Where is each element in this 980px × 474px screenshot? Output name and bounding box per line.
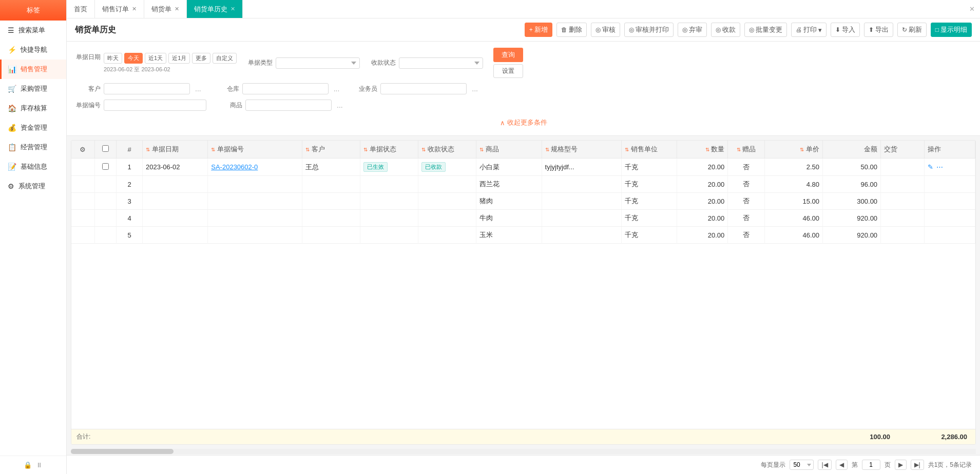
- warehouse-dots-btn[interactable]: ...: [332, 85, 342, 93]
- col-header-pay-status[interactable]: ⇅ 收款状态: [418, 141, 476, 159]
- row-code-link[interactable]: SA-20230602-0: [211, 163, 258, 171]
- abandon-button[interactable]: ◎ 弃审: [678, 23, 707, 37]
- row-checkbox-cell[interactable]: [94, 210, 116, 227]
- col-header-unit[interactable]: ⇅ 销售单位: [622, 141, 677, 159]
- edit-action-icon[interactable]: ✎: [928, 163, 933, 171]
- delete-button[interactable]: 🗑 删除: [556, 23, 587, 37]
- row-checkbox-cell[interactable]: [94, 227, 116, 244]
- table-settings-header[interactable]: ⚙: [71, 141, 94, 159]
- pause-icon[interactable]: ⏸: [36, 461, 43, 469]
- salesperson-input[interactable]: [380, 83, 467, 94]
- first-page-btn[interactable]: |◀: [818, 460, 831, 470]
- col-header-qty[interactable]: ⇅ 数量: [677, 141, 728, 159]
- system-mgmt-icon: ⚙: [8, 182, 14, 190]
- col-header-spec[interactable]: ⇅ 规格型号: [542, 141, 622, 159]
- col-header-goods[interactable]: ⇅ 商品: [476, 141, 542, 159]
- setting-button[interactable]: 设置: [493, 64, 523, 78]
- row-goods: 猪肉: [476, 193, 542, 210]
- sidebar-item-purchase-mgmt[interactable]: 🛒 采购管理: [0, 79, 66, 98]
- more-action-icon[interactable]: ⋯: [936, 163, 943, 171]
- date-today-btn[interactable]: 今天: [124, 53, 143, 64]
- audit-print-button[interactable]: ◎ 审核并打印: [624, 23, 674, 37]
- per-page-select[interactable]: 10 20 50 100: [790, 460, 814, 470]
- tab-sales-history[interactable]: 销货单历史 ✕: [187, 0, 243, 18]
- row-gift: 否: [728, 227, 765, 244]
- row-unit: 千克: [622, 193, 677, 210]
- tab-sales-history-close[interactable]: ✕: [230, 6, 235, 12]
- footer-label: 合计:: [76, 432, 97, 441]
- search-menu-icon: ☰: [8, 26, 14, 34]
- row-num: 4: [117, 210, 143, 227]
- col-header-price[interactable]: ⇅ 单价: [764, 141, 822, 159]
- tab-sales-goods-close[interactable]: ✕: [175, 6, 179, 12]
- row-checkbox-cell[interactable]: [94, 193, 116, 210]
- print-button[interactable]: 🖨 打印 ▾: [791, 23, 827, 37]
- pay-status-select[interactable]: [399, 57, 483, 69]
- batch-change-button[interactable]: ◎ 批量变更: [744, 23, 787, 37]
- print-icon: 🖨: [796, 26, 802, 33]
- row-checkbox-cell[interactable]: [94, 159, 116, 176]
- sidebar-item-inventory[interactable]: 🏠 库存核算: [0, 98, 66, 118]
- horizontal-scrollbar[interactable]: [71, 449, 976, 454]
- table-checkbox-header[interactable]: [94, 141, 116, 159]
- customer-input[interactable]: [104, 83, 190, 94]
- customer-dots-btn[interactable]: ...: [193, 85, 203, 93]
- date-1day-btn[interactable]: 近1天: [145, 53, 166, 64]
- row-trade: [881, 176, 925, 193]
- sidebar-item-system-mgmt[interactable]: ⚙ 系统管理: [0, 176, 66, 196]
- footer-amount-total: 2,286.00: [893, 433, 970, 441]
- tab-sales-goods[interactable]: 销货单 ✕: [144, 0, 187, 18]
- refresh-button[interactable]: ↻ 刷新: [897, 23, 927, 37]
- col-header-gift[interactable]: ⇅ 赠品: [728, 141, 765, 159]
- collapse-filter-btn[interactable]: ∧ 收起更多条件: [75, 116, 972, 129]
- sidebar-item-search-menu[interactable]: ☰ 搜索菜单: [0, 21, 66, 40]
- col-header-trade: 交货: [881, 141, 925, 159]
- query-button[interactable]: 查询: [493, 48, 523, 62]
- sidebar-item-sales-mgmt[interactable]: 📊 销售管理: [0, 60, 66, 79]
- doc-no-input[interactable]: [104, 100, 206, 111]
- sidebar-item-quick-nav[interactable]: ⚡ 快捷导航: [0, 40, 66, 60]
- select-all-checkbox[interactable]: [102, 145, 109, 152]
- row-checkbox[interactable]: [102, 163, 109, 170]
- main-area: 首页 销售订单 ✕ 销货单 ✕ 销货单历史 ✕ ✕ 销货单历史 + 新增: [67, 0, 980, 474]
- sidebar-item-basic-info[interactable]: 📝 基础信息: [0, 157, 66, 176]
- next-page-btn[interactable]: ▶: [895, 460, 907, 470]
- row-ops: [924, 176, 975, 193]
- sidebar-item-finance[interactable]: 💰 资金管理: [0, 118, 66, 137]
- prev-page-btn[interactable]: ◀: [836, 460, 848, 470]
- salesperson-dots-btn[interactable]: ...: [470, 85, 480, 93]
- row-checkbox-cell[interactable]: [94, 176, 116, 193]
- collect-button[interactable]: ◎ 收款: [711, 23, 740, 37]
- date-custom-btn[interactable]: 自定义: [213, 53, 237, 64]
- tab-sales-order-close[interactable]: ✕: [132, 6, 137, 12]
- row-goods: 玉米: [476, 227, 542, 244]
- last-page-btn[interactable]: ▶|: [911, 460, 924, 470]
- goods-input[interactable]: [245, 100, 332, 111]
- add-button[interactable]: + 新增: [525, 23, 552, 37]
- scrollbar-thumb[interactable]: [71, 449, 174, 454]
- date-more-btn[interactable]: 更多: [192, 53, 210, 64]
- col-header-code[interactable]: ⇅ 单据编号: [208, 141, 302, 159]
- window-close-btn[interactable]: ✕: [969, 5, 975, 13]
- doc-type-select[interactable]: [276, 57, 360, 69]
- page-number-input[interactable]: [862, 460, 880, 470]
- sidebar-item-operations[interactable]: 📋 经营管理: [0, 137, 66, 157]
- col-header-customer[interactable]: ⇅ 客户: [302, 141, 360, 159]
- goods-dots-btn[interactable]: ...: [335, 101, 345, 109]
- warehouse-input[interactable]: [242, 83, 329, 94]
- lock-icon[interactable]: 🔒: [24, 461, 32, 469]
- date-1month-btn[interactable]: 近1月: [168, 53, 190, 64]
- tab-home[interactable]: 首页: [67, 0, 95, 18]
- col-header-date[interactable]: ⇅ 单据日期: [143, 141, 208, 159]
- filter-actions: 查询 设置: [493, 48, 523, 78]
- export-button[interactable]: ⬆ 导出: [864, 23, 893, 37]
- import-button[interactable]: ⬇ 导入: [831, 23, 860, 37]
- row-code[interactable]: SA-20230602-0: [208, 159, 302, 176]
- audit-button[interactable]: ◎ 审核: [591, 23, 620, 37]
- show-detail-button[interactable]: □ 显示明细: [931, 23, 972, 37]
- col-header-status[interactable]: ⇅ 单据状态: [360, 141, 418, 159]
- tab-sales-order[interactable]: 销售订单 ✕: [95, 0, 144, 18]
- finance-icon: 💰: [8, 124, 16, 132]
- quick-nav-icon: ⚡: [8, 46, 16, 54]
- date-yesterday-btn[interactable]: 昨天: [104, 53, 122, 64]
